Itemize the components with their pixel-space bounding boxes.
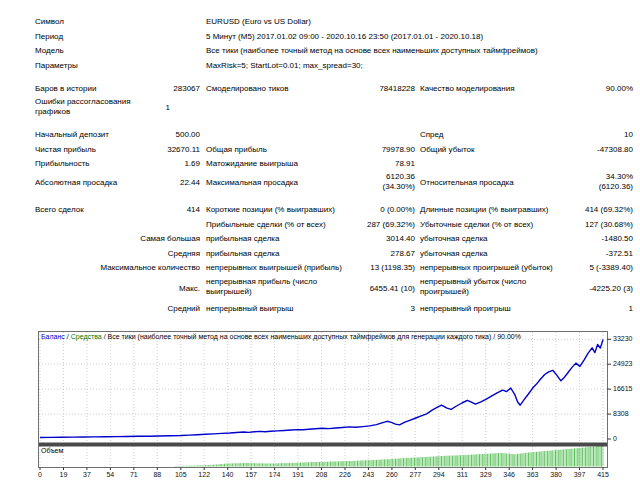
axis-tick-label: 16615 bbox=[613, 385, 632, 393]
axis-tick-label: 346 bbox=[498, 471, 520, 479]
axis-tick-label: 174 bbox=[264, 471, 286, 479]
axis-tick-label: 363 bbox=[522, 471, 544, 479]
axis-tick-label: 397 bbox=[569, 471, 591, 479]
chart-legend: Баланс / Средства / Все тики (наиболее т… bbox=[41, 333, 601, 341]
axis-tick-label: 294 bbox=[428, 471, 450, 479]
axis-tick-label: 415 bbox=[592, 471, 614, 479]
chart-canvas bbox=[0, 0, 640, 480]
axis-tick-label: 380 bbox=[545, 471, 567, 479]
axis-tick-label: 329 bbox=[475, 471, 497, 479]
axis-tick-label: 140 bbox=[217, 471, 239, 479]
legend-equity-label: Средства bbox=[71, 333, 102, 340]
axis-tick-label: 37 bbox=[76, 471, 98, 479]
axis-tick-label: 191 bbox=[287, 471, 309, 479]
axis-tick-label: 260 bbox=[381, 471, 403, 479]
volume-panel-label: Объем bbox=[41, 447, 63, 455]
axis-tick-label: 33230 bbox=[613, 335, 632, 343]
axis-tick-label: 54 bbox=[99, 471, 121, 479]
axis-tick-label: 311 bbox=[451, 471, 473, 479]
axis-tick-label: 277 bbox=[404, 471, 426, 479]
legend-quality-value: 90.00% bbox=[497, 333, 521, 340]
axis-tick-label: 226 bbox=[334, 471, 356, 479]
axis-tick-label: 0 bbox=[29, 471, 51, 479]
axis-tick-label: 157 bbox=[240, 471, 262, 479]
legend-model-label: Все тики (наиболее точный метод на основ… bbox=[108, 333, 492, 340]
axis-tick-label: 243 bbox=[357, 471, 379, 479]
axis-tick-label: 71 bbox=[123, 471, 145, 479]
axis-tick-label: 208 bbox=[311, 471, 333, 479]
axis-tick-label: 122 bbox=[193, 471, 215, 479]
strategy-tester-report: СимволEURUSD (Euro vs US Dollar)Период5 … bbox=[0, 0, 640, 480]
legend-balance-label: Баланс bbox=[41, 333, 65, 340]
axis-tick-label: 8308 bbox=[613, 410, 629, 418]
axis-tick-label: 24923 bbox=[613, 360, 632, 368]
axis-tick-label: 0 bbox=[613, 435, 617, 443]
axis-tick-label: 88 bbox=[146, 471, 168, 479]
axis-tick-label: 105 bbox=[170, 471, 192, 479]
axis-tick-label: 19 bbox=[52, 471, 74, 479]
